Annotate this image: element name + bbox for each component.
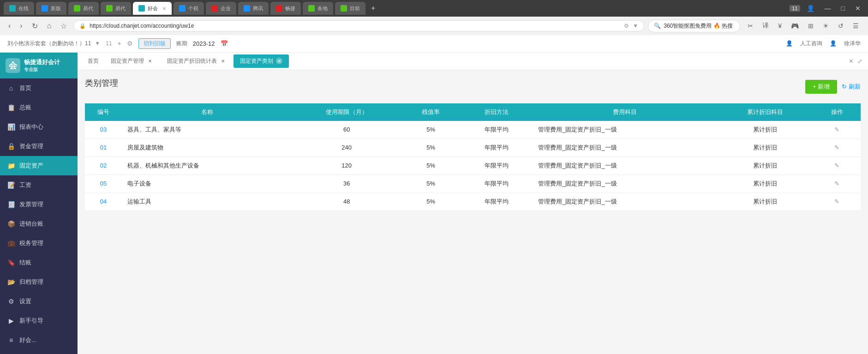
game-icon[interactable]: 🎮 xyxy=(787,20,802,31)
browser-tab-9[interactable]: 畅捷 xyxy=(270,2,301,15)
settings-gear-icon: ⚙ xyxy=(7,298,15,305)
cell-operation-4[interactable]: ✎ xyxy=(813,192,861,210)
browser-tab-11[interactable]: 目前 xyxy=(335,2,365,15)
reload-button[interactable]: ↻ xyxy=(29,20,41,32)
browser-tab-6[interactable]: 个税 xyxy=(174,2,204,15)
sidebar-item-ledger[interactable]: 📋 总账 xyxy=(0,98,78,117)
brightness-icon[interactable]: ☀ xyxy=(819,20,832,31)
search-icon: 🔍 xyxy=(654,23,661,29)
salary-icon: 📝 xyxy=(7,181,15,189)
switch-version-button[interactable]: 切到旧版 xyxy=(138,38,171,49)
translate-icon[interactable]: 译 xyxy=(759,20,772,32)
minimize-icon[interactable]: — xyxy=(821,3,835,14)
address-bar[interactable]: 🔒 https://cloud.chanjet.com/accounting/u… xyxy=(73,20,644,31)
url-text: https://cloud.chanjet.com/accounting/uw1… xyxy=(90,23,620,29)
dropdown-arrow-icon[interactable]: ▼ xyxy=(95,40,100,47)
logo-sub-text: 专业版 xyxy=(24,66,60,73)
cell-code-1[interactable]: 01 xyxy=(85,138,122,156)
add-button[interactable]: + 新增 xyxy=(805,80,837,94)
undo-icon[interactable]: ↺ xyxy=(834,20,847,31)
edit-icon-0[interactable]: ✎ xyxy=(834,126,839,133)
sidebar-item-fixed-asset[interactable]: 📁 固定资产 xyxy=(0,156,78,175)
wallet-icon[interactable]: ¥ xyxy=(774,20,785,31)
edit-icon-2[interactable]: ✎ xyxy=(834,162,839,169)
menu-icon[interactable]: ☰ xyxy=(849,20,862,31)
edit-icon-4[interactable]: ✎ xyxy=(834,198,839,205)
browser-tab-4[interactable]: 易代 xyxy=(101,2,131,15)
tab-depreciation-stat[interactable]: 固定资产折旧统计表 ✕ xyxy=(161,54,233,68)
tab-fixed-asset-mgr-label: 固定资产管理 xyxy=(111,57,144,65)
user-name-text: 徐泽华 xyxy=(844,40,861,48)
sidebar-item-archive[interactable]: 📂 归档管理 xyxy=(0,272,78,292)
tab-fixed-asset-mgr-close[interactable]: ✕ xyxy=(147,58,153,64)
cell-operation-0[interactable]: ✎ xyxy=(813,121,861,139)
cell-code-3[interactable]: 05 xyxy=(85,174,122,192)
cell-operation-1[interactable]: ✎ xyxy=(813,138,861,156)
tab-bar-close-icon[interactable]: ✕ xyxy=(849,58,854,65)
browser-tab-7[interactable]: 企业 xyxy=(206,2,236,15)
sidebar-label-ledger: 总账 xyxy=(19,103,31,112)
cell-code-4[interactable]: 04 xyxy=(85,192,122,210)
profile-icon[interactable]: 👤 xyxy=(803,3,818,14)
cell-operation-2[interactable]: ✎ xyxy=(813,156,861,174)
cut-icon[interactable]: ✂ xyxy=(744,20,757,31)
sidebar-item-tax[interactable]: 💼 税务管理 xyxy=(0,234,78,253)
search-bar[interactable]: 🔍 360智能抠图免费用 🔥 热搜 xyxy=(648,20,740,32)
new-tab-button[interactable]: + xyxy=(367,4,379,12)
sidebar-item-checkout[interactable]: 🔖 结账 xyxy=(0,253,78,272)
cell-code-2[interactable]: 02 xyxy=(85,156,122,174)
page-tab-bar: 首页 固定资产管理 ✕ 固定资产折旧统计表 ✕ 固定资产类别 ✕ ✕ ⤢ xyxy=(78,53,868,70)
sidebar-item-home[interactable]: ⌂ 首页 xyxy=(0,78,78,98)
browser-tab-8[interactable]: 腾讯 xyxy=(238,2,269,15)
cell-period-1: 240 xyxy=(292,138,401,156)
sidebar-item-fund[interactable]: 🔒 资金管理 xyxy=(0,137,78,156)
help-text[interactable]: 人工咨询 xyxy=(800,40,822,48)
browser-tab-5[interactable]: 好会 ✕ xyxy=(133,2,172,15)
browser-tab-10[interactable]: 各地 xyxy=(303,2,333,15)
home-button[interactable]: ⌂ xyxy=(44,20,54,32)
cell-expense-0: 管理费用_固定资产折旧_一级 xyxy=(533,121,717,139)
refresh-button[interactable]: ↻ 刷新 xyxy=(842,83,861,91)
tab-depreciation-stat-close[interactable]: ✕ xyxy=(220,58,226,64)
close-window-icon[interactable]: ✕ xyxy=(851,3,864,14)
cell-code-0[interactable]: 03 xyxy=(85,121,122,139)
bookmark-button[interactable]: ☆ xyxy=(58,20,70,32)
tab-bar-expand-icon[interactable]: ⤢ xyxy=(857,58,862,65)
dropdown-icon[interactable]: ▼ xyxy=(633,23,638,29)
col-name: 名称 xyxy=(122,103,292,121)
main-content: 首页 固定资产管理 ✕ 固定资产折旧统计表 ✕ 固定资产类别 ✕ ✕ ⤢ xyxy=(78,53,868,354)
grid-icon[interactable]: ⊞ xyxy=(804,20,817,31)
sidebar-item-guide[interactable]: ▶ 新手引导 xyxy=(0,311,78,330)
sidebar-item-settings[interactable]: ⚙ 设置 xyxy=(0,292,78,311)
settings-icon[interactable]: ⚙ xyxy=(127,40,133,47)
cell-period-0: 60 xyxy=(292,121,401,139)
edit-icon-3[interactable]: ✎ xyxy=(834,180,839,187)
sidebar-item-salary[interactable]: 📝 工资 xyxy=(0,175,78,195)
edit-icon-1[interactable]: ✎ xyxy=(834,144,839,151)
cell-method-0: 年限平均 xyxy=(461,121,533,139)
browser-tab-close-5[interactable]: ✕ xyxy=(162,6,166,11)
tab-fixed-asset-category[interactable]: 固定资产类别 ✕ xyxy=(233,54,289,68)
sidebar-item-more[interactable]: ≡ 好会... xyxy=(0,330,78,350)
cell-accumulated-0: 累计折旧 xyxy=(717,121,813,139)
browser-address-bar-row: ‹ › ↻ ⌂ ☆ 🔒 https://cloud.chanjet.com/ac… xyxy=(0,17,868,35)
sidebar-item-invoice[interactable]: 🧾 发票管理 xyxy=(0,195,78,214)
sidebar-item-inventory[interactable]: 📦 进销台账 xyxy=(0,214,78,234)
cell-operation-3[interactable]: ✎ xyxy=(813,174,861,192)
cell-name-4: 运输工具 xyxy=(122,192,292,210)
forward-button[interactable]: › xyxy=(17,20,25,32)
browser-tab-2[interactable]: 新版 xyxy=(36,2,66,15)
back-button[interactable]: ‹ xyxy=(6,20,13,32)
tab-home[interactable]: 首页 xyxy=(83,54,103,68)
tab-label-11: 目前 xyxy=(350,5,360,12)
plus-icon[interactable]: + xyxy=(118,40,121,47)
calendar-icon[interactable]: 📅 xyxy=(221,40,228,47)
tab-icon-6 xyxy=(179,5,186,12)
browser-tab-1[interactable]: 在线 xyxy=(4,2,34,15)
tab-fixed-asset-mgr[interactable]: 固定资产管理 ✕ xyxy=(104,54,160,68)
tab-label-7: 企业 xyxy=(221,5,231,12)
tab-fixed-asset-category-close[interactable]: ✕ xyxy=(276,58,282,64)
sidebar-item-report[interactable]: 📊 报表中心 xyxy=(0,117,78,137)
browser-tab-3[interactable]: 易代 xyxy=(68,2,99,15)
maximize-icon[interactable]: □ xyxy=(838,3,849,14)
